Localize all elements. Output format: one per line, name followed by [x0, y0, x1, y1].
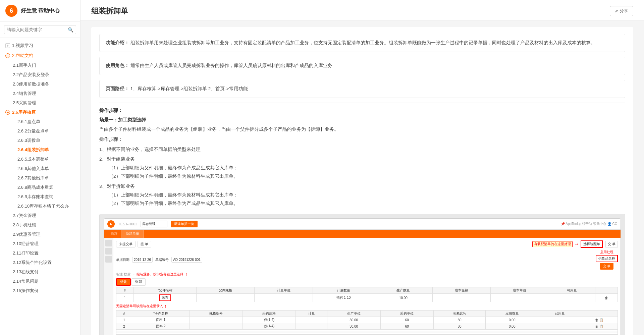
step2-sub1: （1）上部明细为父件明细，最终作为产成品生成其它入库单； [109, 164, 625, 172]
func-intro-block: 功能介绍： 组装拆卸单用来处理企业组装或拆卸等加工业务，支持有固定装配清单的产品… [99, 34, 625, 52]
func-intro-text: 组装拆卸单用来处理企业组装或拆卸等加工业务，支持有固定装配清单的产品加工业务，也… [130, 40, 595, 45]
sidebar-item-2[interactable]: − 2.帮助文档 [0, 51, 80, 61]
sidebar-item-2-12[interactable]: 2.12系统个性化设置 [0, 258, 80, 267]
mock-btn-action[interactable]: 提 单 [138, 241, 151, 247]
sidebar-item-2-3[interactable]: 2.3使用前数据准备 [0, 79, 80, 89]
sidebar-item-2-6-7[interactable]: 2.6.7其他出库单 [0, 173, 80, 183]
mock-tab-home[interactable]: 自营 [107, 230, 122, 238]
content-area: 功能介绍： 组装拆卸单用来处理企业组装或拆卸等加工业务，支持有固定装配清单的产品… [80, 20, 644, 335]
sidebar-item-2-6-6[interactable]: 2.6.6其他入库单 [0, 164, 80, 173]
annotation4-wrap: 无固定清单可以组装在这里录入 ↑ [116, 303, 618, 309]
step2-sub2: （2）下部明细为子件明细，最终作为原材料生成其它出库单。 [109, 172, 625, 181]
sidebar-item-2-6-2[interactable]: 2.6.2分量盘点单 [0, 126, 80, 136]
mock-nav-tabs: 自营 新建单据 [104, 230, 621, 238]
mock-form-area: 未提交单 提 单 有装配清单的在这里处理 → 选择装配单 交 单 [113, 238, 621, 335]
sidebar-item-2-13[interactable]: 2.13在线支付 [0, 267, 80, 277]
mock-topbar-id: TEST-H002 [118, 222, 137, 226]
path-block: 页面路径： 1、库存核算->库存管理->组装拆卸单 2、首页->常用功能 [99, 80, 625, 98]
step2: 2、对于组装业务 [99, 155, 625, 164]
mock-date-field: 2019-12-26 [132, 257, 153, 263]
sidebar-item-2-5[interactable]: 2.5采购管理 [0, 98, 80, 108]
sidebar-item-2-6-8[interactable]: 2.6.8商品成本重算 [0, 183, 80, 192]
steps-title: 操作步骤： [99, 108, 625, 114]
share-button[interactable]: ⇗ 分享 [610, 6, 633, 16]
mock-icon-2 [105, 248, 112, 255]
role-block: 使用角色： 通常由生产人员或库管人员完成拆装业务的操作，库管人员确认原材料的出库… [99, 57, 625, 75]
app-name: 好生意 帮助中心 [21, 7, 60, 14]
mock-fields-row1: 单据日期 2019-12-26 单据编号 AD-20191226-001 启用处… [116, 250, 618, 270]
func-intro-label: 功能介绍： [106, 40, 129, 45]
logo-icon: 6 [5, 5, 17, 17]
mock-sublabel2: - [133, 273, 135, 276]
sidebar-item-2-2[interactable]: 2.2产品安装及登录 [0, 70, 80, 79]
sidebar: 6 好生意 帮助中心 🔍 + 1.视频学习 − 2.帮助文档 2.1新手入门 2… [0, 0, 80, 335]
mock-icon-1 [105, 240, 112, 246]
mock-left-sidebar [104, 238, 113, 335]
mock-confirm-btn[interactable]: 交 单 [605, 241, 618, 247]
screenshot-container: 6 TEST-H002 库存管理 新建单据一览 📌 AppTool 在线帮助 帮… [99, 214, 625, 335]
step3-sub2: （2）下部明细为子件明细，最终作为产成品生成其它入库单。 [109, 199, 625, 208]
search-area: 🔍 [0, 22, 80, 38]
sidebar-item-2-14[interactable]: 2.14常见问题 [0, 277, 80, 286]
collapse-icon-2-6: − [5, 110, 10, 115]
sidebar-item-2-11[interactable]: 2.11打印设置 [0, 248, 80, 258]
sidebar-item-1[interactable]: + 1.视频学习 [0, 41, 80, 51]
mock-enable-btn[interactable]: 交 单 [600, 263, 614, 270]
annotation4: 无固定清单可以组装在这里录入 [116, 304, 163, 309]
sidebar-item-2-6-10[interactable]: 2.6.10库存账本错了怎么办 [0, 202, 80, 211]
step3: 3、对于拆卸业务 [99, 182, 625, 191]
search-input[interactable] [4, 25, 76, 34]
search-icon: 🔍 [68, 27, 73, 33]
sidebar-item-2-6-4[interactable]: 2.6.4组装拆卸单 [0, 145, 80, 155]
mock-new-btn[interactable]: 新建单据一览 [171, 221, 198, 227]
annotation3-wrap: 启用处理 供货品名称 交 单 [596, 250, 618, 270]
table-row: 1 面料 1 仅(1-4) 30.00 60 80 [116, 317, 618, 323]
step3-sub1: （1）上部明细为父件明细，最终作为原材料生成其它出库单； [109, 191, 625, 200]
mock-upper-table: # *父件名称 父件规格 计量单位 计量数量 生产数量 成本金额 成本单价 [116, 287, 618, 302]
scene1-desc: 当由多个子件材料组装成一个成品的业务为【组装】业务，当由一个父件拆分成多个子产品… [99, 125, 625, 134]
sidebar-item-2-1[interactable]: 2.1新手入门 [0, 61, 80, 70]
mock-tab-current[interactable]: 新建单据 [122, 230, 144, 238]
sidebar-item-2-15[interactable]: 2.15操作案例 [0, 286, 80, 295]
ops-steps-label: 操作步骤： [99, 136, 625, 143]
logo-area: 6 好生意 帮助中心 [0, 0, 80, 22]
sidebar-item-2-6-3[interactable]: 2.6.3调拨单 [0, 136, 80, 145]
mock-bill-field: AD-20191226-001 [171, 257, 202, 263]
mock-app: 6 TEST-H002 库存管理 新建单据一览 📌 AppTool 在线帮助 帮… [104, 218, 621, 335]
mock-topbar-icons: 📌 AppTool 在线帮助 帮助中心 👤 CC [561, 222, 617, 226]
sidebar-item-2-6-9[interactable]: 2.6.9库存账本查询 [0, 192, 80, 202]
annotation1: 有装配清单的在这里处理 [532, 241, 573, 247]
mock-icon-3 [105, 256, 112, 263]
arrow1: → [574, 241, 579, 247]
mock-logo: 6 [107, 220, 115, 228]
arrow4: ↑ [164, 303, 167, 309]
mock-toolbar: 未提交单 提 单 有装配清单的在这里处理 → 选择装配单 交 单 [116, 240, 618, 248]
sidebar-item-2-9[interactable]: 2.9优惠券管理 [0, 230, 80, 239]
expand-icon-1: + [5, 43, 10, 48]
sidebar-item-2-10[interactable]: 2.10经营管理 [0, 239, 80, 248]
role-text: 通常由生产人员或库管人员完成拆装业务的操作，库管人员确认原材料的出库和产成品的入… [130, 63, 332, 68]
sidebar-item-2-4[interactable]: 2.4销售管理 [0, 89, 80, 98]
mock-field-label-date: 单据日期 [116, 258, 129, 262]
mock-lower-table: # *子件名称 规格型号 采购规格 计量 生产单位 采购单位 损耗比% [116, 310, 618, 335]
arrow2: ↑ [185, 272, 188, 277]
sidebar-item-2-6-1[interactable]: 2.6.1盘点单 [0, 117, 80, 126]
mock-tab-assemble[interactable]: 组装 [116, 278, 131, 286]
content-block: 功能介绍： 组装拆卸单用来处理企业组装或拆卸等加工业务，支持有固定装配清单的产品… [91, 27, 633, 335]
collapse-icon-2: − [5, 53, 10, 58]
sidebar-item-2-7[interactable]: 2.7资金管理 [0, 211, 80, 220]
sidebar-item-2-6[interactable]: − 2.6库存核算 [0, 108, 80, 117]
mock-sublabel-row: 备注 数量: - 组装业务、拆卸业务在这里选择 ↑ [116, 272, 618, 277]
mock-type-tabs: 组装 拆卸 [116, 278, 618, 286]
mock-field-label-bill: 单据编号 [155, 258, 169, 262]
sidebar-item-2-8[interactable]: 2.8手机旺铺 [0, 220, 80, 230]
nav-tree: + 1.视频学习 − 2.帮助文档 2.1新手入门 2.2产品安装及登录 2.3… [0, 38, 80, 335]
mock-body: 未提交单 提 单 有装配清单的在这里处理 → 选择装配单 交 单 [104, 238, 621, 335]
annotation2: 组装业务、拆卸业务在这里选择 [137, 272, 183, 277]
sidebar-item-2-6-5[interactable]: 2.6.5成本调整单 [0, 155, 80, 164]
table-row: 1 米布 指代 1-10 10.00 [116, 294, 618, 302]
mock-select-btn[interactable]: 选择装配单 [581, 240, 603, 248]
content-header: 组装拆卸单 ⇗ 分享 [80, 0, 644, 20]
mock-btn-save[interactable]: 未提交单 [116, 241, 136, 247]
mock-tab-disassemble[interactable]: 拆卸 [131, 278, 146, 286]
